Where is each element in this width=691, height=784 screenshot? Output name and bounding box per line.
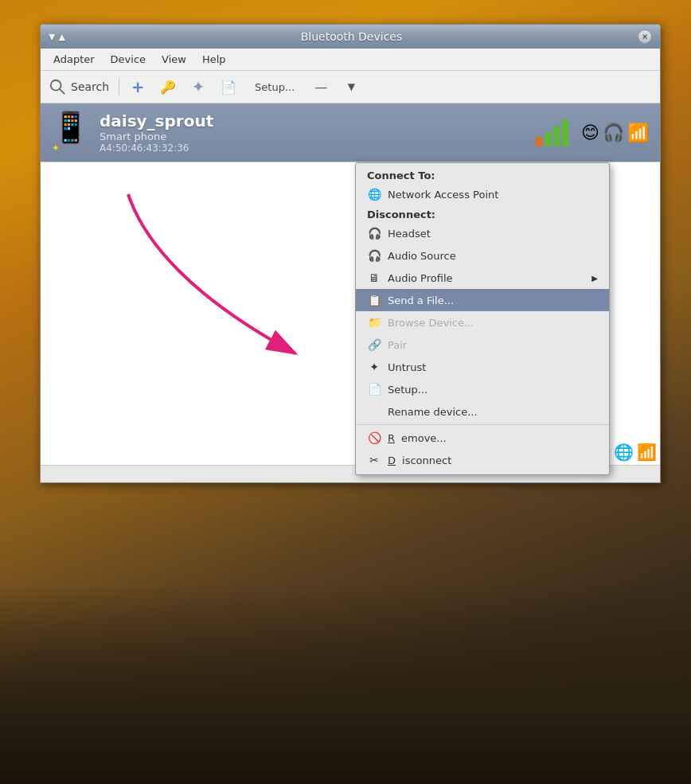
- main-area: Connect To: 🌐 Network Access Point Disco…: [41, 162, 660, 465]
- ctx-audio-source[interactable]: 🎧 Audio Source: [356, 244, 609, 267]
- ctx-remove[interactable]: 🚫 Remove...: [356, 427, 609, 449]
- ctx-headset-label: Headset: [388, 228, 431, 240]
- dropdown-button[interactable]: ▼: [339, 76, 363, 98]
- ctx-network-access-point[interactable]: 🌐 Network Access Point: [356, 183, 609, 205]
- device-status-icons: 😊 🎧 📶: [581, 123, 649, 142]
- ctx-separator: [356, 424, 609, 425]
- disconnect-icon: ✂: [367, 453, 381, 467]
- titlebar-minimize-icon[interactable]: ▼: [49, 32, 55, 42]
- submenu-arrow-icon: ▶: [591, 274, 598, 283]
- signal-bar-1: [536, 137, 542, 146]
- connect-button[interactable]: 🔑: [156, 76, 180, 98]
- trees-decoration: [0, 585, 691, 784]
- add-icon: +: [131, 77, 145, 96]
- audio-profile-icon: 🖥: [367, 271, 381, 285]
- disconnect-header: Disconnect:: [356, 205, 609, 222]
- menu-device[interactable]: Device: [104, 52, 152, 67]
- connect-to-header: Connect To:: [356, 166, 609, 183]
- menu-help[interactable]: Help: [196, 52, 232, 67]
- titlebar: ▼ ▲ Bluetooth Devices ✕: [41, 25, 660, 49]
- device-name: daisy_sprout: [100, 111, 526, 131]
- setup-icon: 📄: [221, 80, 236, 95]
- device-item[interactable]: 📱 ✦ daisy_sprout Smart phone A4:50:46:43…: [41, 103, 660, 162]
- ctx-setup-label: Setup...: [388, 384, 427, 396]
- emoji-icon: 😊: [581, 123, 599, 142]
- rename-icon: [367, 404, 381, 419]
- toolbar: Search + 🔑 ✦ 📄 Setup... — ▼: [41, 71, 660, 103]
- device-type: Smart phone: [100, 131, 526, 142]
- browse-device-icon: 📁: [367, 315, 381, 330]
- untrust-icon: ✦: [367, 360, 381, 374]
- ctx-setup[interactable]: 📄 Setup...: [356, 378, 609, 400]
- search-area[interactable]: Search: [49, 78, 119, 96]
- ctx-browse-device[interactable]: 📁 Browse Device...: [356, 311, 609, 333]
- context-menu: Connect To: 🌐 Network Access Point Disco…: [355, 162, 610, 475]
- ctx-disconnect-label-rest: isconnect: [402, 454, 451, 466]
- star-icon: ✦: [192, 77, 205, 96]
- ctx-remove-label: R: [388, 432, 395, 444]
- ctx-untrust[interactable]: ✦ Untrust: [356, 356, 609, 378]
- ctx-disconnect-label: D: [388, 454, 396, 466]
- search-icon: [49, 78, 66, 96]
- device-mac: A4:50:46:43:32:36: [100, 142, 526, 154]
- ctx-audio-profile[interactable]: 🖥 Audio Profile ▶: [356, 267, 609, 289]
- arrow-annotation: [64, 178, 367, 377]
- titlebar-menu-controls: ▼ ▲: [49, 32, 65, 42]
- bluetooth-window: ▼ ▲ Bluetooth Devices ✕ Adapter Device V…: [40, 24, 661, 483]
- ctx-audio-profile-label: Audio Profile: [388, 272, 453, 284]
- network-icon: 🌐: [367, 187, 381, 201]
- wifi-icon: 📶: [627, 123, 649, 142]
- ctx-rename-device[interactable]: Rename device...: [356, 400, 609, 423]
- signal-bar-4: [562, 119, 568, 146]
- headset-status-icon: 🎧: [603, 123, 624, 142]
- ctx-setup-icon: 📄: [367, 382, 381, 396]
- remove-icon: 🚫: [367, 431, 381, 445]
- menu-adapter[interactable]: Adapter: [47, 52, 101, 67]
- window-title: Bluetooth Devices: [65, 30, 638, 43]
- svg-line-1: [60, 89, 64, 94]
- chevron-down-icon: ▼: [348, 81, 355, 92]
- ctx-send-file-label: Send a File...: [388, 294, 454, 306]
- ctx-untrust-label: Untrust: [388, 361, 426, 373]
- search-label: Search: [71, 80, 109, 93]
- ctx-headset[interactable]: 🎧 Headset: [356, 222, 609, 244]
- taskbar-icon-2: 🌐: [614, 443, 634, 462]
- add-button[interactable]: +: [126, 76, 150, 98]
- setup-button[interactable]: Setup...: [247, 79, 303, 96]
- ctx-browse-device-label: Browse Device...: [388, 317, 474, 329]
- svg-point-0: [51, 80, 61, 91]
- ctx-disconnect[interactable]: ✂ Disconnect: [356, 449, 609, 471]
- minus-icon: —: [314, 80, 327, 95]
- taskbar-icon-3: 📶: [637, 443, 657, 462]
- signal-bars: [536, 119, 568, 146]
- ctx-rename-label: Rename device...: [388, 406, 478, 418]
- connect-icon: 🔑: [160, 80, 176, 95]
- menubar: Adapter Device View Help: [41, 49, 660, 71]
- device-icon-area: 📱 ✦: [52, 112, 90, 154]
- minus-button[interactable]: —: [309, 76, 333, 98]
- titlebar-controls: ✕: [638, 29, 652, 44]
- setup-label: Setup...: [255, 81, 295, 93]
- audio-source-icon: 🎧: [367, 248, 381, 263]
- ctx-pair[interactable]: 🔗 Pair: [356, 333, 609, 356]
- signal-bar-2: [545, 132, 551, 146]
- titlebar-maximize-icon[interactable]: ▲: [58, 32, 64, 42]
- headset-icon: 🎧: [367, 226, 381, 240]
- pair-icon: 🔗: [367, 337, 381, 352]
- ctx-network-label: Network Access Point: [388, 189, 498, 201]
- send-file-icon: 📋: [367, 293, 381, 307]
- ctx-pair-label: Pair: [388, 339, 407, 351]
- menu-view[interactable]: View: [155, 52, 193, 67]
- signal-bar-3: [553, 126, 560, 146]
- device-list: 📱 ✦ daisy_sprout Smart phone A4:50:46:43…: [41, 103, 660, 162]
- device-info: daisy_sprout Smart phone A4:50:46:43:32:…: [100, 111, 526, 154]
- close-button[interactable]: ✕: [638, 29, 652, 44]
- phone-icon: 📱: [52, 112, 90, 142]
- ctx-remove-label-rest: emove...: [401, 432, 447, 444]
- ctx-audio-source-label: Audio Source: [388, 250, 456, 262]
- bluetooth-star-button[interactable]: ✦: [186, 76, 210, 98]
- setup-icon-button[interactable]: 📄: [217, 76, 240, 98]
- ctx-send-file[interactable]: 📋 Send a File...: [356, 289, 609, 311]
- trusted-star-icon: ✦: [52, 142, 60, 154]
